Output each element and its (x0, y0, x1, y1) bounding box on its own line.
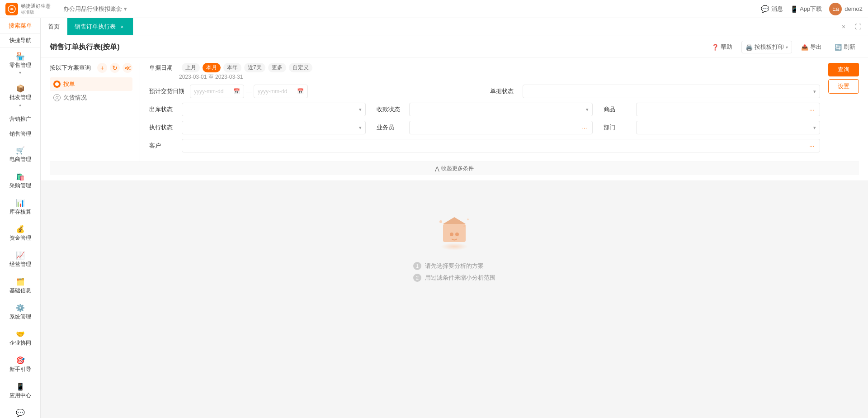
product-label: 商品 (604, 105, 631, 114)
tab-sales-order-label: 销售订单执行表 (75, 23, 116, 31)
tab-close-icon[interactable]: × (118, 23, 126, 30)
app-download-button[interactable]: 📱 App下载 (790, 5, 822, 13)
refresh-scheme-button[interactable]: ↻ (110, 63, 120, 73)
exec-status-label: 执行状态 (149, 124, 176, 132)
date-btn-more[interactable]: 更多 (268, 63, 286, 72)
scheme-item-by-order[interactable]: 按单 (50, 77, 132, 91)
customer-more-icon: ··· (807, 142, 816, 149)
tab-home-label: 首页 (48, 23, 60, 31)
calendar-icon2: 📅 (297, 88, 304, 95)
doc-status-select[interactable]: ▾ (523, 85, 820, 98)
operations-icon: 📈 (16, 251, 25, 260)
date-label: 单据日期 (149, 64, 176, 72)
sidebar-item-wholesale[interactable]: 📦 批发管理 ▴ (0, 80, 40, 112)
system-label: 系统管理 (9, 313, 31, 321)
sidebar-quick-nav[interactable]: 快捷导航 (0, 34, 40, 48)
salesman-label: 业务员 (377, 124, 404, 132)
debt-icon: 欠 (53, 94, 61, 101)
dept-select[interactable]: ▾ (636, 121, 820, 134)
date-quick-buttons: 上月 本月 本年 近7天 更多 自定义 (182, 63, 312, 72)
filter-left-actions: + ↻ ≪ (97, 63, 132, 73)
svg-point-7 (439, 220, 442, 223)
message-button[interactable]: 💬 消息 (761, 5, 783, 13)
filter-left-header: 按以下方案查询 + ↻ ≪ (50, 63, 132, 73)
product-select[interactable]: ··· (636, 103, 820, 116)
sidebar-item-inventory[interactable]: 📊 库存核算 (0, 194, 40, 220)
sidebar-item-marketing[interactable]: 营销推广 (0, 112, 40, 127)
cooperation-label: 企业协同 (9, 339, 31, 347)
wholesale-label: 批发管理 (9, 94, 31, 101)
filter-row-status: 出库状态 ▾ 收款状态 ▾ (149, 103, 820, 116)
doc-status-label: 单据状态 (490, 87, 517, 95)
calendar-icon: 📅 (233, 88, 240, 95)
collapse-filter-button[interactable]: ⋀ 收起更多条件 (50, 162, 859, 175)
top-bar: 畅捷通好生意 标准版 办公用品行业模拟账套 ▾ 💬 消息 📱 App下载 Ea … (0, 0, 868, 18)
svg-point-1 (55, 82, 59, 86)
sidebar-item-operations[interactable]: 📈 经营管理 (0, 247, 40, 273)
page-title: 销售订单执行表(按单) (50, 43, 120, 52)
maximize-button[interactable]: ⛶ (852, 20, 864, 33)
refresh-label: 刷新 (844, 43, 855, 51)
filter-row-customer: 客户 ··· (149, 139, 820, 152)
collapse-scheme-button[interactable]: ≪ (123, 63, 132, 73)
customer-select[interactable]: ··· (182, 139, 820, 152)
salesman-more-icon: ··· (580, 124, 589, 131)
empty-tip-2: 2 用过滤条件来缩小分析范围 (413, 274, 495, 282)
query-button[interactable]: 查询 (828, 63, 859, 76)
filter-row-expected: 预计交货日期 yyyy-mm-dd 📅 — yyyy-mm-d (149, 85, 820, 98)
user-area[interactable]: Ea demo2 (829, 3, 863, 15)
logo-text: 畅捷通好生意 标准版 (21, 3, 51, 15)
sidebar-item-cooperation[interactable]: 🤝 企业协同 (0, 325, 40, 352)
svg-point-6 (455, 233, 459, 236)
date-btn-this-month[interactable]: 本月 (203, 63, 221, 72)
print-button[interactable]: 🖨️ 按模板打印 ▾ (741, 41, 792, 53)
sidebar-item-sales-mgmt[interactable]: 销售管理 (0, 127, 40, 142)
svg-marker-4 (443, 217, 466, 224)
filter-left: 按以下方案查询 + ↻ ≪ 按单 (50, 63, 140, 162)
print-icon: 🖨️ (745, 44, 753, 51)
sidebar-search[interactable]: 搜索菜单 (0, 18, 40, 34)
sidebar-item-ecommerce[interactable]: 🛒 电商管理 (0, 142, 40, 168)
doc-status-arrow-icon: ▾ (813, 89, 816, 95)
sidebar-item-purchase[interactable]: 🛍️ 采购管理 (0, 168, 40, 194)
set-button[interactable]: 设置 (828, 79, 859, 94)
out-status-select[interactable]: ▾ (182, 103, 366, 116)
refresh-button[interactable]: 🔄 刷新 (831, 41, 859, 53)
breadcrumb-arrow-icon[interactable]: ▾ (124, 5, 127, 12)
sidebar-item-finance[interactable]: 💰 资金管理 (0, 220, 40, 247)
sidebar-item-apps[interactable]: 📱 应用中心 (0, 378, 40, 404)
expected-date-from[interactable]: yyyy-mm-dd 📅 (190, 85, 244, 98)
debt-item[interactable]: 欠 欠货情况 (50, 91, 132, 104)
minimize-button[interactable]: × (837, 20, 850, 33)
export-button[interactable]: 📤 导出 (797, 41, 826, 53)
add-scheme-button[interactable]: + (97, 63, 107, 73)
avatar: Ea (829, 3, 842, 15)
date-btn-this-year[interactable]: 本年 (223, 63, 241, 72)
svg-point-5 (450, 233, 453, 236)
inventory-icon: 📊 (16, 199, 25, 207)
tab-home[interactable]: 首页 (41, 18, 67, 35)
system-icon: ⚙️ (16, 304, 25, 312)
filter-right: 单据日期 上月 本月 本年 近7天 更多 自定义 (149, 63, 859, 162)
cooperation-icon: 🤝 (16, 330, 25, 338)
sidebar-item-system[interactable]: ⚙️ 系统管理 (0, 299, 40, 325)
empty-illustration (432, 208, 477, 255)
sidebar-item-basic-info[interactable]: 🗂️ 基础信息 (0, 273, 40, 299)
logo-area: 畅捷通好生意 标准版 (5, 3, 51, 15)
date-from-placeholder: yyyy-mm-dd (194, 88, 223, 95)
filter-area: 按以下方案查询 + ↻ ≪ 按单 (41, 57, 868, 181)
tab-sales-order[interactable]: 销售订单执行表 × (67, 18, 133, 35)
sidebar-item-newbie[interactable]: 🎯 新手引导 (0, 352, 40, 378)
user-name: demo2 (844, 5, 863, 12)
date-btn-custom[interactable]: 自定义 (289, 63, 312, 72)
sidebar-item-retail[interactable]: 🏪 零售管理 ▾ (0, 48, 40, 80)
receipt-status-select[interactable]: ▾ (409, 103, 593, 116)
wholesale-arrow-icon: ▴ (19, 102, 21, 107)
date-btn-7days[interactable]: 近7天 (244, 63, 265, 72)
date-btn-prev-month[interactable]: 上月 (182, 63, 200, 72)
salesman-select[interactable]: ··· (409, 121, 593, 134)
expected-date-to[interactable]: yyyy-mm-dd 📅 (254, 85, 308, 98)
help-button[interactable]: ❓ 帮助 (708, 41, 736, 53)
exec-status-select[interactable]: ▾ (182, 121, 366, 134)
sidebar-item-wechat[interactable]: 💬 企业微信 (0, 404, 40, 418)
